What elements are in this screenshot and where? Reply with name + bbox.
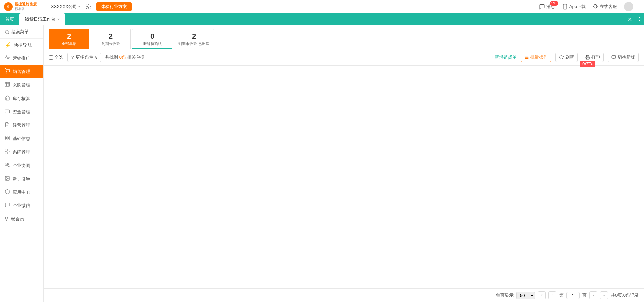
sidebar-item-label: 新手引导 (13, 176, 30, 182)
page-prefix: 第 (559, 292, 564, 298)
sidebar-item-sales-mgmt[interactable]: 销售管理 (0, 65, 43, 78)
tab-label-shipped: 到期未收款 已出库 (178, 41, 209, 46)
tab-label-wangpu: 旺铺待确认 (143, 41, 162, 46)
tab-home[interactable]: 首页 (0, 13, 19, 25)
trial-button[interactable]: 体验行业方案 (96, 2, 132, 11)
summary-tab-all[interactable]: 2 全部单据 (49, 29, 89, 49)
message-button[interactable]: 消息 99+ (539, 4, 555, 10)
online-service-label: 在线客服 (600, 4, 617, 10)
sidebar-item-inventory[interactable]: 库存核算 (0, 92, 43, 105)
new-sales-button[interactable]: + 新增销货单 (491, 54, 517, 60)
top-header: 6 畅捷通好生意 标准版 XXXXXX公司 ▾ 体验行业方案 消息 99+ (0, 0, 644, 13)
svg-rect-18 (8, 138, 9, 140)
basic-info-icon (5, 135, 10, 142)
sidebar-item-label: 系统管理 (13, 149, 30, 155)
pagination-footer: 每页显示 50 100 200 « ‹ 第 页 › » 共0页,0条记录 (44, 288, 644, 302)
tab-home-label: 首页 (5, 16, 14, 22)
sidebar-item-label: 营销推广 (13, 55, 30, 61)
filter-label: 更多条件 (76, 54, 93, 60)
sidebar-item-enterprise-collab[interactable]: 企业协同 (0, 159, 43, 172)
summary-tab-wangpu[interactable]: 0 旺铺待确认 (132, 29, 172, 49)
sidebar-item-label: 经营管理 (13, 122, 30, 128)
sidebar: 搜索菜单 ⚡ 快捷导航 营销推广 销售管理 (0, 25, 44, 302)
enterprise-wechat-icon (5, 202, 10, 209)
refresh-label: 刷新 (565, 54, 574, 60)
next-page-button[interactable]: › (589, 291, 597, 299)
logo-icon: 6 (4, 2, 13, 11)
sidebar-item-basic-info[interactable]: 基础信息 (0, 132, 43, 145)
finance-mgmt-icon (5, 109, 10, 115)
quick-nav-icon: ⚡ (5, 42, 11, 48)
sidebar-item-label: 基础信息 (13, 136, 30, 142)
select-all-checkbox[interactable]: 全选 (49, 54, 63, 60)
sidebar-item-marketing[interactable]: 营销推广 (0, 52, 43, 65)
summary-tabs: 2 全部单据 2 到期未收款 0 旺铺待确认 2 到期未收款 已出库 (44, 25, 644, 49)
sales-mgmt-icon (5, 68, 10, 75)
print-button[interactable]: 打印 (582, 53, 604, 62)
select-all-input[interactable] (49, 55, 53, 60)
tab-active[interactable]: 钱货日清工作台 × (19, 13, 65, 25)
sidebar-item-enterprise-wechat[interactable]: 企业微信 (0, 199, 43, 213)
sidebar-search[interactable]: 搜索菜单 (0, 25, 43, 39)
summary-tab-overdue[interactable]: 2 到期未收款 (91, 29, 131, 49)
prev-page-button[interactable]: ‹ (548, 291, 556, 299)
company-selector[interactable]: XXXXXX公司 ▾ (51, 4, 80, 10)
sidebar-item-label: 采购管理 (13, 82, 30, 88)
sidebar-item-label: 企业协同 (13, 163, 30, 169)
app-center-icon (5, 189, 10, 196)
enterprise-collab-icon (5, 162, 10, 169)
marketing-icon (5, 55, 10, 62)
tab-close-window-button[interactable]: ✕ (628, 16, 632, 23)
sidebar-item-new-guide[interactable]: 新手引导 (0, 172, 43, 186)
avatar[interactable] (624, 2, 633, 11)
sidebar-search-label: 搜索菜单 (11, 29, 29, 35)
sidebar-item-system-mgmt[interactable]: 系统管理 (0, 145, 43, 159)
tab-count-all: 2 (67, 32, 71, 41)
tab-label-all: 全部单据 (62, 41, 76, 46)
vip-member-icon: V (5, 216, 8, 222)
app-download-label: App下载 (569, 4, 586, 10)
first-page-button[interactable]: « (538, 291, 546, 299)
batch-op-button[interactable]: 批量操作 (521, 53, 551, 62)
sidebar-item-quick-nav[interactable]: ⚡ 快捷导航 (0, 39, 43, 52)
svg-line-4 (8, 33, 9, 34)
tab-maximize-button[interactable]: ⛶ (635, 16, 640, 22)
found-text: 共找到 0条 相关单据 (105, 54, 145, 60)
online-service-button[interactable]: 在线客服 (592, 4, 617, 10)
switch-new-button[interactable]: 切换新版 (608, 53, 639, 62)
app-download-button[interactable]: App下载 (562, 4, 586, 10)
system-mgmt-icon (5, 149, 10, 156)
main-layout: 搜索菜单 ⚡ 快捷导航 营销推广 销售管理 (0, 25, 644, 302)
purchase-mgmt-icon (5, 82, 10, 88)
new-guide-icon (5, 176, 10, 182)
content-area: 2 全部单据 2 到期未收款 0 旺铺待确认 2 到期未收款 已出库 (44, 25, 644, 302)
svg-rect-12 (5, 110, 9, 113)
sidebar-item-finance-mgmt[interactable]: 资金管理 (0, 105, 43, 119)
refresh-button[interactable]: 刷新 (555, 53, 578, 62)
last-page-button[interactable]: » (600, 291, 608, 299)
sidebar-item-label: 资金管理 (13, 109, 30, 115)
page-size-select[interactable]: 50 100 200 (516, 292, 535, 299)
filter-button[interactable]: 更多条件 ∨ (67, 53, 101, 62)
company-name: XXXXXX公司 (51, 4, 77, 10)
svg-point-23 (6, 177, 7, 178)
sidebar-item-ops-mgmt[interactable]: 经营管理 (0, 119, 43, 132)
table-area (44, 66, 644, 288)
sidebar-item-purchase-mgmt[interactable]: 采购管理 (0, 78, 43, 92)
svg-rect-19 (5, 138, 7, 140)
sidebar-item-vip-member[interactable]: V 畅会员 (0, 213, 43, 225)
tab-underline-wangpu (132, 48, 172, 49)
svg-rect-29 (612, 56, 616, 58)
inventory-icon (5, 95, 10, 102)
svg-point-6 (9, 73, 9, 73)
header-right: 消息 99+ App下载 在线客服 (539, 2, 640, 11)
tab-bar-actions: ✕ ⛶ (628, 16, 644, 23)
page-input[interactable] (566, 292, 580, 299)
settings-button[interactable] (84, 2, 93, 11)
sidebar-item-app-center[interactable]: 应用中心 (0, 186, 43, 199)
found-count: 0条 (119, 55, 126, 60)
summary-tab-shipped[interactable]: 2 到期未收款 已出库 (174, 29, 214, 49)
tab-close-icon[interactable]: × (57, 17, 60, 22)
tab-count-wangpu: 0 (150, 32, 154, 41)
sidebar-item-label: 销售管理 (13, 69, 30, 75)
